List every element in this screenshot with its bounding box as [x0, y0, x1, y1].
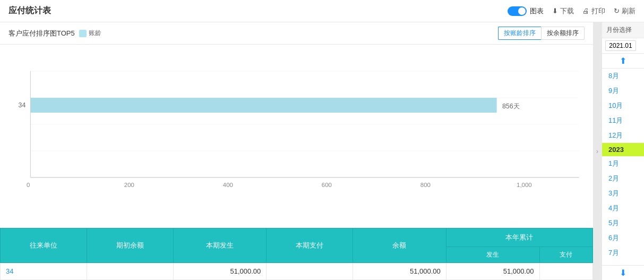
collapse-button[interactable]: ›	[593, 22, 602, 280]
cell-payment	[267, 263, 353, 280]
svg-rect-6	[30, 98, 496, 113]
month-item[interactable]: 7月	[602, 245, 644, 260]
col-payment: 本期支付	[267, 228, 353, 263]
table-section: 往来单位 期初余额 本期发生 本期支付 余额 本年累计 发生 支付	[0, 228, 593, 280]
year-input[interactable]	[605, 40, 636, 51]
collapse-icon: ›	[596, 148, 598, 155]
svg-text:800: 800	[420, 182, 431, 188]
month-item[interactable]: 6月	[602, 231, 644, 245]
refresh-label: 刷新	[622, 6, 636, 16]
month-item[interactable]: 5月	[602, 216, 644, 231]
sort-buttons: 按账龄排序 按余额排序	[498, 27, 585, 40]
col-balance: 余额	[353, 228, 446, 263]
col-unit: 往来单位	[1, 228, 87, 263]
svg-text:1,000: 1,000	[517, 182, 531, 188]
bar-chart: 34 856天 0	[8, 50, 585, 188]
chart-legend: 客户应付排序图TOP5 账龄	[8, 29, 101, 38]
svg-text:600: 600	[322, 182, 332, 188]
sort-by-balance-button[interactable]: 按余额排序	[541, 27, 585, 40]
refresh-button[interactable]: ↻ 刷新	[614, 6, 636, 16]
month-item[interactable]: 10月	[602, 98, 644, 113]
month-down-button[interactable]: ⬇	[602, 265, 644, 280]
download-icon: ⬇	[552, 7, 558, 15]
col-ytd: 本年累计	[446, 228, 593, 247]
cell-opening	[87, 263, 173, 280]
cell-unit: 34	[1, 263, 87, 280]
col-opening: 期初余额	[87, 228, 173, 263]
month-up-button[interactable]: ⬆	[602, 54, 644, 69]
download-button[interactable]: ⬇ 下载	[552, 6, 574, 16]
download-label: 下载	[560, 6, 574, 16]
print-icon: 🖨	[582, 7, 589, 15]
month-item[interactable]: 8月	[602, 69, 644, 83]
legend-color-dot	[79, 30, 87, 37]
month-item[interactable]: 1月	[602, 156, 644, 171]
col-ytd-occurrence: 发生	[446, 247, 539, 263]
month-item[interactable]: 2023	[602, 143, 644, 156]
print-label: 打印	[591, 6, 605, 16]
cell-ytd-payment	[539, 263, 593, 280]
col-occurrence: 本期发生	[173, 228, 267, 263]
toggle-thumb	[518, 7, 526, 15]
svg-text:0: 0	[27, 182, 30, 188]
svg-text:200: 200	[124, 182, 134, 188]
month-item[interactable]: 12月	[602, 128, 644, 143]
svg-text:400: 400	[223, 182, 233, 188]
sidebar-header-label: 月份选择	[606, 26, 632, 35]
month-item[interactable]: 3月	[602, 186, 644, 201]
cell-balance: 51,000.00	[353, 263, 446, 280]
sidebar-months: 8月9月10月11月12月20231月2月3月4月5月6月7月	[602, 69, 644, 265]
up-icon: ⬆	[620, 56, 626, 66]
sidebar-header: 月份选择	[602, 22, 644, 38]
toggle-track[interactable]	[508, 6, 527, 16]
chart-wrapper: 34 856天 0	[0, 45, 593, 228]
sidebar: 月份选择 ⬆ 8月9月10月11月12月20231月2月3月4月5月6月7月 ⬇	[602, 22, 644, 280]
col-ytd-payment: 支付	[539, 247, 593, 263]
chart-toggle[interactable]: 图表	[508, 6, 544, 16]
svg-text:34: 34	[19, 101, 26, 109]
month-item[interactable]: 4月	[602, 201, 644, 216]
month-item[interactable]: 11月	[602, 113, 644, 128]
chart-title-label: 客户应付排序图TOP5	[8, 29, 75, 38]
chart-toggle-label: 图表	[530, 6, 544, 16]
header-actions: 图表 ⬇ 下载 🖨 打印 ↻ 刷新	[508, 6, 636, 16]
table-row: 34 51,000.00 51,000.00 51,000.00	[1, 263, 593, 280]
sort-by-age-button[interactable]: 按账龄排序	[498, 27, 541, 40]
unit-link[interactable]: 34	[6, 267, 13, 275]
table-header-row: 往来单位 期初余额 本期发生 本期支付 余额 本年累计	[1, 228, 593, 247]
month-item[interactable]: 2月	[602, 171, 644, 186]
svg-text:856天: 856天	[502, 103, 520, 110]
chart-toolbar: 客户应付排序图TOP5 账龄 按账龄排序 按余额排序	[0, 22, 593, 45]
down-icon: ⬇	[620, 268, 626, 278]
cell-ytd-occurrence: 51,000.00	[446, 263, 539, 280]
legend-label: 账龄	[89, 29, 101, 38]
month-item[interactable]: 9月	[602, 83, 644, 98]
cell-occurrence: 51,000.00	[173, 263, 267, 280]
page-title: 应付统计表	[8, 5, 51, 16]
data-table: 往来单位 期初余额 本期发生 本期支付 余额 本年累计 发生 支付	[0, 228, 593, 280]
legend-item: 账龄	[79, 29, 101, 38]
refresh-icon: ↻	[614, 7, 620, 15]
print-button[interactable]: 🖨 打印	[582, 6, 605, 16]
